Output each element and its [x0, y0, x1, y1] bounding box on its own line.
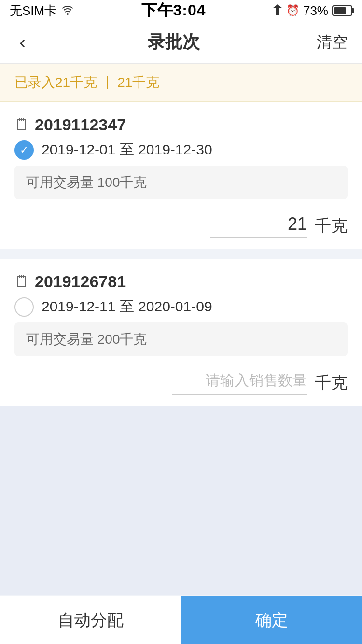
batch-1-id: 2019112347	[35, 115, 126, 134]
batch-1-header: 🗒 2019112347	[0, 102, 362, 134]
bottom-buttons: 自动分配 确定	[0, 596, 362, 644]
bottom-area	[0, 406, 362, 595]
batch-2-input-placeholder[interactable]: 请输入销售数量	[206, 371, 307, 391]
nav-bar: ‹ 录批次 清空	[0, 21, 362, 64]
batch-2-radio[interactable]	[14, 297, 34, 317]
batch-1-date: 2019-12-01 至 2019-12-30	[42, 140, 212, 160]
batch-card-2: 🗒 2019126781 2019-12-11 至 2020-01-09 可用交…	[0, 259, 362, 406]
batch-2-icon: 🗒	[14, 273, 30, 291]
info-banner: 已录入21千克 21千克	[0, 64, 362, 102]
batch-card-1: 🗒 2019112347 ✓ 2019-12-01 至 2019-12-30 可…	[0, 102, 362, 249]
section-gap-1	[0, 249, 362, 259]
status-left: 无SIM卡	[10, 2, 74, 19]
location-icon	[273, 3, 282, 18]
batch-2-unit: 千克	[315, 372, 348, 394]
status-time: 下午3:04	[141, 0, 206, 21]
recorded-label: 已录入21千克	[14, 73, 97, 92]
batch-1-quantity-row: 21 千克	[0, 209, 362, 249]
batch-1-underline	[210, 237, 307, 238]
clear-button[interactable]: 清空	[317, 32, 348, 53]
wifi-icon	[61, 3, 74, 18]
batch-2-id: 2019126781	[35, 272, 126, 291]
batch-1-radio[interactable]: ✓	[14, 140, 34, 160]
status-bar: 无SIM卡 下午3:04 ⏰ 73%	[0, 0, 362, 21]
batch-2-underline	[172, 394, 307, 395]
batch-2-quantity-row: 请输入销售数量 千克	[0, 366, 362, 406]
batch-1-available: 可用交易量 100千克	[14, 166, 348, 199]
batch-2-header: 🗒 2019126781	[0, 259, 362, 291]
alarm-icon: ⏰	[286, 4, 299, 17]
auto-distribute-button[interactable]: 自动分配	[0, 596, 181, 644]
back-button[interactable]: ‹	[14, 27, 30, 58]
check-icon: ✓	[20, 145, 28, 155]
recorded-amount: 21千克	[117, 73, 159, 92]
battery-icon	[332, 5, 352, 16]
batch-1-date-row[interactable]: ✓ 2019-12-01 至 2019-12-30	[0, 134, 362, 166]
page-title: 录批次	[148, 30, 200, 54]
batch-1-unit: 千克	[315, 215, 348, 237]
batch-1-quantity-value: 21	[288, 214, 307, 234]
status-right: ⏰ 73%	[273, 3, 352, 18]
confirm-button[interactable]: 确定	[181, 596, 362, 644]
info-divider	[107, 76, 108, 89]
battery-pct: 73%	[303, 3, 328, 18]
batch-2-available: 可用交易量 200千克	[14, 322, 348, 356]
batch-2-date: 2019-12-11 至 2020-01-09	[42, 297, 212, 317]
batch-2-date-row[interactable]: 2019-12-11 至 2020-01-09	[0, 291, 362, 322]
batch-1-icon: 🗒	[14, 116, 30, 134]
carrier-label: 无SIM卡	[10, 2, 57, 19]
